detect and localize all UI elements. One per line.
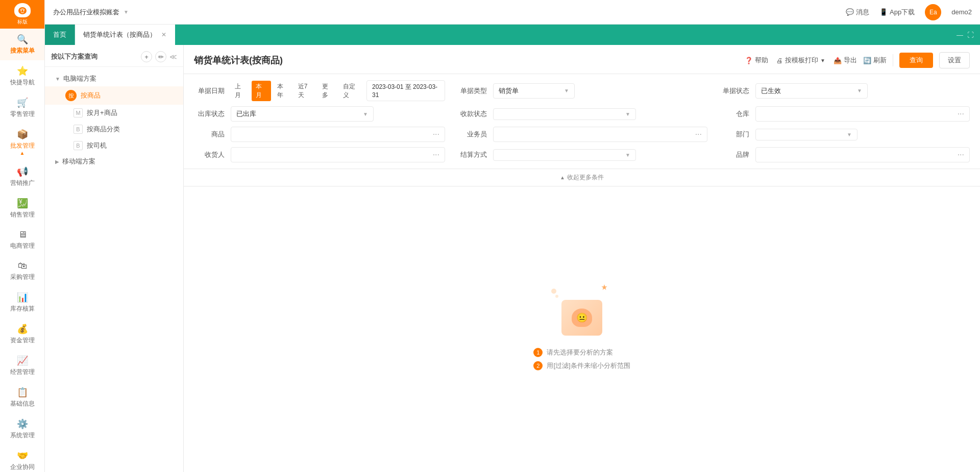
receiver-dots[interactable]: ···: [433, 150, 439, 159]
status-select[interactable]: 已生效 ▼: [755, 83, 868, 99]
tree-group-mobile[interactable]: ▶ 移动端方案: [45, 154, 183, 169]
status-arrow-icon: ▼: [857, 88, 862, 93]
sidebar-item-sales[interactable]: 💹 销售管理: [0, 193, 45, 224]
receiver-input[interactable]: ···: [231, 147, 445, 162]
sidebar-item-operation[interactable]: 📈 经营管理: [0, 350, 45, 382]
content-area: 按以下方案查询 + ✏ ≪ ▼ 电脑端方案 按 按商品 M: [45, 45, 980, 472]
cooperation-icon: 🤝: [17, 450, 28, 461]
left-panel: 按以下方案查询 + ✏ ≪ ▼ 电脑端方案 按 按商品 M: [45, 45, 184, 472]
sidebar-item-retail[interactable]: 🛒 零售管理: [0, 92, 45, 124]
query-button[interactable]: 查询: [899, 53, 933, 68]
message-action[interactable]: 💬 消息: [846, 8, 869, 17]
page-actions: ❓ 帮助 🖨 按模板打印 ▼ 📤 导出 🔄 刷新: [745, 52, 970, 68]
app-download-action[interactable]: 📱 App下载: [879, 8, 915, 17]
tree-section: ▼ 电脑端方案 按 按商品 M 按月+商品 B 按商品分类 B 按司: [45, 67, 183, 173]
by-month-product-icon: M: [74, 108, 83, 117]
sidebar-item-ecommerce[interactable]: 🖥 电商管理: [0, 224, 45, 255]
settings-button[interactable]: 设置: [939, 52, 970, 68]
filter-row-4: 收货人 ··· 结算方式 ▼ 品牌: [194, 147, 970, 162]
tab-report[interactable]: 销货单统计表（按商品） ✕: [75, 25, 175, 45]
username: demo2: [951, 8, 972, 16]
edit-scheme-button[interactable]: ✏: [155, 51, 166, 62]
receipt-filter-control: ▼: [493, 108, 707, 120]
message-icon: 💬: [846, 8, 854, 16]
dept-label: 部门: [714, 130, 749, 139]
type-select[interactable]: 销货单 ▼: [493, 83, 575, 99]
product-input[interactable]: ···: [231, 127, 445, 142]
receiver-label: 收货人: [194, 150, 225, 159]
sidebar-item-system[interactable]: ⚙️ 系统管理: [0, 413, 45, 445]
product-label: 商品: [194, 130, 225, 139]
avatar-initials: Ea: [929, 9, 937, 16]
sidebar-item-marketing[interactable]: 📢 营销推广: [0, 161, 45, 193]
brand-input[interactable]: ···: [755, 147, 970, 162]
receiver-filter-control: ···: [231, 147, 445, 162]
status-label: 单据状态: [714, 86, 749, 96]
staff-dots[interactable]: ···: [695, 130, 702, 139]
tab-home[interactable]: 首页: [45, 25, 75, 45]
header-right: 💬 消息 📱 App下载 Ea demo2: [846, 4, 972, 20]
tree-item-by-month-product[interactable]: M 按月+商品: [45, 105, 183, 121]
print-arrow-icon: ▼: [820, 58, 825, 63]
brand-filter-control: ···: [755, 147, 970, 162]
warehouse-dots[interactable]: ···: [958, 109, 964, 119]
receipt-select[interactable]: ▼: [493, 108, 636, 120]
tree-item-by-category[interactable]: B 按商品分类: [45, 121, 183, 137]
logo-icon: [14, 3, 31, 17]
date-tab-last-month[interactable]: 上月: [231, 81, 250, 101]
out-select[interactable]: 已出库 ▼: [231, 106, 374, 122]
svg-point-0: [18, 7, 27, 14]
sidebar-item-inventory[interactable]: 📊 库存核算: [0, 287, 45, 318]
date-tab-more[interactable]: 更多: [318, 81, 337, 101]
tree-group-desktop[interactable]: ▼ 电脑端方案: [45, 71, 183, 86]
dept-arrow-icon: ▼: [847, 132, 852, 137]
collapse-bar[interactable]: ▲ 收起更多条件: [184, 169, 980, 186]
empty-hints: 1 请先选择要分析的方案 2 用[过滤]条件来缩小分析范围: [533, 348, 630, 374]
empty-dot-1: [551, 289, 556, 294]
staff-label: 业务员: [451, 130, 487, 139]
refresh-button[interactable]: 🔄 刷新: [863, 56, 887, 65]
product-dots[interactable]: ···: [433, 130, 439, 139]
staff-input[interactable]: ···: [493, 127, 707, 142]
dept-select[interactable]: ▼: [755, 129, 857, 140]
sidebar-item-search[interactable]: 🔍 搜索菜单: [0, 29, 45, 60]
brand-dots[interactable]: ···: [958, 150, 964, 159]
receipt-arrow-icon: ▼: [625, 111, 630, 117]
export-button[interactable]: 📤 导出: [834, 56, 857, 65]
avatar[interactable]: Ea: [925, 4, 941, 20]
sidebar-item-purchase[interactable]: 🛍 采购管理: [0, 255, 45, 287]
sidebar-item-basicinfo[interactable]: 📋 基础信息: [0, 382, 45, 413]
app-icon: 📱: [879, 8, 888, 16]
sidebar-item-quicknav[interactable]: ⭐ 快捷导航: [0, 60, 45, 92]
action-divider: [893, 54, 893, 66]
settle-select[interactable]: ▼: [493, 149, 636, 161]
warehouse-input[interactable]: ···: [755, 106, 970, 122]
header-left: 办公用品行业模拟账套 ▼: [53, 8, 129, 17]
date-tab-this-month[interactable]: 本月: [252, 81, 271, 101]
date-tab-custom[interactable]: 自定义: [339, 81, 363, 101]
sidebar-logo[interactable]: 标版: [0, 0, 45, 29]
add-scheme-button[interactable]: +: [141, 51, 152, 62]
tab-maximize-button[interactable]: ⛶: [967, 31, 974, 39]
main-area: 办公用品行业模拟账套 ▼ 💬 消息 📱 App下载 Ea demo2 首页 销货…: [45, 0, 980, 472]
print-button[interactable]: 🖨 按模板打印 ▼: [774, 56, 827, 65]
tab-minimize-button[interactable]: —: [957, 31, 963, 39]
sidebar-item-cooperation[interactable]: 🤝 企业协同: [0, 445, 45, 472]
tab-close-button[interactable]: ✕: [161, 31, 166, 38]
tree-group-desktop-label: 电脑端方案: [63, 74, 96, 83]
filter-row-3: 商品 ··· 业务员 ··· 部门: [194, 127, 970, 142]
collapse-panel-button[interactable]: ≪: [169, 53, 177, 61]
filter-area: 单据日期 上月 本月 本年 近7天 更多 自定义 2023-03-01 至 20…: [184, 74, 980, 169]
sidebar-item-finance[interactable]: 💰 资金管理: [0, 318, 45, 350]
sidebar-item-wholesale[interactable]: 📦 批发管理 ▲: [0, 124, 45, 161]
page-title: 销货单统计表(按商品): [194, 54, 283, 66]
workspace-arrow: ▼: [124, 9, 129, 15]
date-range-picker[interactable]: 2023-03-01 至 2023-03-31: [366, 80, 445, 101]
tree-item-by-machine[interactable]: B 按司机: [45, 137, 183, 154]
tree-item-by-product[interactable]: 按 按商品: [45, 86, 183, 105]
inventory-icon: 📊: [17, 292, 28, 303]
help-button[interactable]: ❓ 帮助: [745, 56, 768, 65]
out-value: 已出库: [236, 109, 256, 119]
date-tab-this-year[interactable]: 本年: [273, 81, 292, 101]
date-tab-last-7-days[interactable]: 近7天: [294, 81, 316, 101]
